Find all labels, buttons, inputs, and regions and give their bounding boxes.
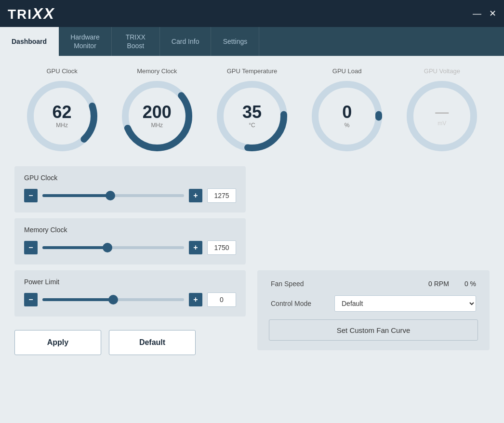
gauges-row: GPU Clock 62 MHz Memory Clock [14, 67, 490, 155]
nav-bar: Dashboard HardwareMonitor TRIXXBoost Car… [0, 27, 504, 56]
gauge-gpu-load-center: 0 % [342, 104, 352, 129]
gpu-clock-slider-track[interactable] [42, 194, 184, 197]
control-mode-label: Control Mode [271, 300, 329, 307]
gauge-gpu-temp: GPU Temperature 35 °C [213, 67, 291, 155]
memory-clock-control-label: Memory Clock [24, 226, 236, 234]
minimize-button[interactable]: — [473, 9, 481, 18]
control-mode-select[interactable]: Default Manual Auto [334, 295, 476, 312]
gpu-clock-minus-btn[interactable]: − [24, 189, 38, 202]
gauge-gpu-clock-value: 62 [53, 104, 72, 121]
tab-dashboard[interactable]: Dashboard [0, 27, 59, 56]
gauge-gpu-clock-wrap: 62 MHz [24, 78, 101, 155]
set-fan-curve-button[interactable]: Set Custom Fan Curve [269, 319, 478, 341]
title-bar: TRIXX — ✕ [0, 0, 504, 27]
power-limit-slider-row: − + [24, 292, 236, 307]
memory-clock-slider-row: − + [24, 240, 236, 255]
control-mode-row: Control Mode Default Manual Auto [269, 295, 478, 312]
close-button[interactable]: ✕ [489, 9, 496, 18]
gauge-gpu-voltage-label: GPU Voltage [424, 67, 460, 75]
gauge-gpu-temp-unit: °C [249, 122, 255, 129]
gauge-gpu-temp-label: GPU Temperature [227, 67, 278, 75]
bottom-buttons: Apply Default [14, 330, 246, 355]
gpu-clock-control: GPU Clock − + [14, 166, 246, 212]
fan-speed-row: Fan Speed 0 RPM 0 % [269, 280, 478, 288]
tab-trixx-boost[interactable]: TRIXXBoost [112, 27, 160, 56]
logo-text: TRIXX [8, 5, 55, 23]
logo: TRIXX [8, 5, 55, 23]
gauge-gpu-voltage-center: — mV [435, 106, 449, 127]
gpu-clock-control-label: GPU Clock [24, 174, 236, 182]
controls-area: GPU Clock − + Memory Clock − [14, 166, 490, 355]
gauge-gpu-voltage-wrap: — mV [403, 78, 480, 155]
gauge-gpu-load-unit: % [345, 122, 350, 129]
memory-clock-plus-btn[interactable]: + [189, 241, 202, 254]
gauge-gpu-load-value: 0 [342, 104, 352, 121]
gpu-clock-value-input[interactable] [207, 188, 236, 203]
right-controls: Fan Speed 0 RPM 0 % Control Mode Default… [257, 166, 490, 355]
default-button[interactable]: Default [109, 330, 196, 355]
tab-card-info[interactable]: Card Info [160, 27, 212, 56]
gauge-memory-clock-center: 200 MHz [143, 104, 172, 129]
gauge-gpu-voltage-unit: mV [438, 120, 446, 127]
gpu-clock-plus-btn[interactable]: + [189, 189, 202, 202]
gauge-gpu-load-wrap: 0 % [308, 78, 385, 155]
power-limit-control-label: Power Limit [24, 278, 236, 286]
logo-tri: TRI [8, 7, 32, 22]
gauge-gpu-load: GPU Load 0 % [308, 67, 385, 155]
apply-button[interactable]: Apply [14, 330, 101, 355]
gauge-gpu-temp-value: 35 [242, 104, 262, 121]
tab-settings[interactable]: Settings [211, 27, 259, 56]
memory-clock-value-input[interactable] [207, 240, 236, 255]
fan-speed-label: Fan Speed [271, 280, 329, 288]
main-content: GPU Clock 62 MHz Memory Clock [0, 56, 504, 423]
gauge-gpu-clock-center: 62 MHz [53, 104, 72, 129]
power-limit-slider-track[interactable] [42, 298, 184, 301]
memory-clock-control: Memory Clock − + [14, 218, 246, 264]
gauge-gpu-temp-center: 35 °C [242, 104, 262, 129]
power-limit-value-input[interactable] [207, 292, 236, 307]
gauge-gpu-temp-wrap: 35 °C [213, 78, 291, 155]
gauge-memory-clock-unit: MHz [151, 122, 163, 129]
gauge-memory-clock-label: Memory Clock [137, 67, 177, 75]
gauge-gpu-clock-unit: MHz [56, 122, 68, 129]
memory-clock-minus-btn[interactable]: − [24, 241, 38, 254]
memory-clock-slider-track[interactable] [42, 246, 184, 249]
window-controls: — ✕ [473, 9, 496, 18]
gauge-gpu-clock-label: GPU Clock [46, 67, 77, 75]
gauge-gpu-load-label: GPU Load [332, 67, 362, 75]
left-controls: GPU Clock − + Memory Clock − [14, 166, 246, 355]
gauge-memory-clock-value: 200 [143, 104, 172, 121]
gauge-gpu-voltage-value: — [435, 106, 449, 119]
power-limit-plus-btn[interactable]: + [189, 293, 202, 306]
logo-xx: XX [32, 5, 55, 22]
gpu-clock-slider-row: − + [24, 188, 236, 203]
power-limit-minus-btn[interactable]: − [24, 293, 38, 306]
gauge-memory-clock: Memory Clock 200 MHz [119, 67, 196, 155]
fan-speed-rpm: 0 RPM [428, 280, 449, 288]
power-limit-control: Power Limit − + [14, 270, 246, 317]
fan-speed-pct: 0 % [464, 280, 476, 288]
gauge-gpu-clock: GPU Clock 62 MHz [24, 67, 101, 155]
gauge-gpu-voltage: GPU Voltage — mV [403, 67, 480, 155]
gauge-memory-clock-wrap: 200 MHz [119, 78, 196, 155]
tab-hardware-monitor[interactable]: HardwareMonitor [59, 27, 112, 56]
